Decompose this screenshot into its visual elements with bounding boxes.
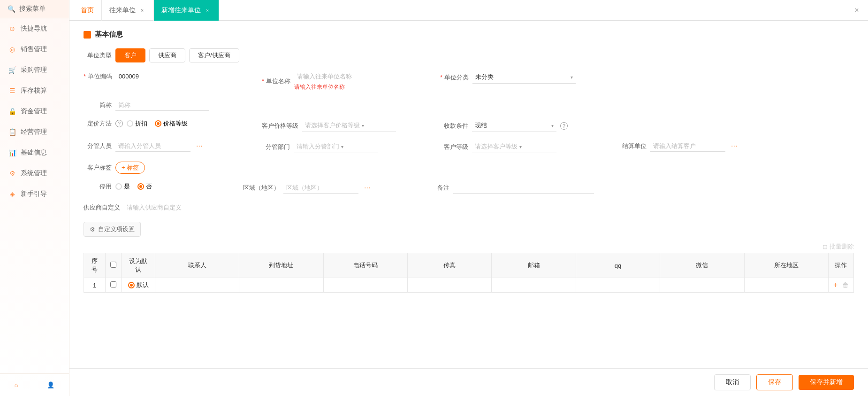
row-phone[interactable]: [323, 278, 407, 293]
col-no: 序号: [84, 253, 106, 278]
unit-btn-customer[interactable]: 客户: [115, 48, 145, 62]
sidebar-item-guide[interactable]: ◈ 新手引导: [0, 184, 69, 204]
fax-input[interactable]: [412, 282, 487, 289]
sidebar-item-finance[interactable]: 🔒 资金管理: [0, 101, 69, 122]
save-new-button[interactable]: 保存并新增: [799, 375, 854, 390]
manager-dots-btn[interactable]: ···: [194, 142, 204, 150]
wechat-input[interactable]: [665, 282, 739, 289]
pricing-radio-discount[interactable]: 折扣: [127, 119, 147, 128]
manager-input[interactable]: [115, 140, 190, 152]
customer-level-field: 客户等级 请选择客户等级 ▾: [440, 140, 600, 153]
unit-category-label: 单位分类: [440, 73, 469, 82]
tab-home[interactable]: 首页: [73, 0, 102, 21]
disabled-radio-no[interactable]: 否: [137, 182, 152, 191]
sidebar-item-label: 系统管理: [21, 169, 47, 178]
check-all[interactable]: [110, 262, 116, 268]
row-contact[interactable]: [155, 278, 239, 293]
manager-label: 分管人员: [84, 142, 112, 150]
department-placeholder: 请输入分管部门: [297, 142, 339, 151]
sidebar-item-purchase[interactable]: 🛒 采购管理: [0, 60, 69, 80]
customer-level-select[interactable]: 请选择客户等级 ▾: [472, 140, 556, 153]
operations-icon: 📋: [8, 127, 17, 137]
unit-category-value: 未分类: [475, 73, 569, 81]
sidebar-item-quick-nav[interactable]: ⊙ 快捷导航: [0, 18, 69, 39]
address-input[interactable]: [244, 282, 318, 289]
guide-icon: ◈: [8, 189, 17, 199]
supplier-custom-input[interactable]: [124, 202, 218, 213]
sidebar-search-label: 搜索菜单: [19, 5, 46, 13]
tags-field: 客户标签 + 标签: [84, 162, 854, 174]
region-dots-btn[interactable]: ···: [362, 184, 372, 192]
col-area: 所在地区: [744, 253, 828, 278]
row-address[interactable]: [239, 278, 323, 293]
abbr-input[interactable]: [115, 100, 209, 111]
save-button[interactable]: 保存: [756, 374, 793, 390]
abbr-label: 简称: [84, 101, 112, 109]
sidebar-item-operations[interactable]: 📋 经营管理: [0, 122, 69, 142]
payment-terms-label: 收款条件: [440, 122, 468, 130]
sidebar-item-system[interactable]: ⚙ 系统管理: [0, 163, 69, 184]
pricing-radio-level[interactable]: 价格等级: [155, 119, 188, 128]
unit-type-row: 单位类型 客户 供应商 客户/供应商: [84, 48, 854, 62]
sidebar-item-label: 资金管理: [21, 107, 47, 116]
row-checkbox[interactable]: [110, 281, 116, 287]
settlement-dots-btn[interactable]: ···: [729, 142, 739, 150]
custom-settings-btn[interactable]: ⚙ 自定义项设置: [84, 222, 141, 237]
disabled-radio-yes[interactable]: 是: [115, 182, 130, 191]
region-input[interactable]: [283, 182, 358, 194]
area-input[interactable]: [749, 282, 823, 289]
cancel-button[interactable]: 取消: [714, 374, 751, 390]
qq-input[interactable]: [581, 282, 655, 289]
customer-price-level-select[interactable]: 请选择客户价格等级 ▾: [302, 119, 396, 132]
batch-delete-label[interactable]: 批量删除: [830, 242, 854, 251]
contact-input[interactable]: [160, 282, 234, 289]
row-qq[interactable]: [576, 278, 660, 293]
customer-level-placeholder: 请选择客户等级: [475, 142, 518, 151]
tab-new-partner-close[interactable]: ×: [204, 7, 211, 14]
tab-new-partner[interactable]: 新增往来单位 ×: [154, 0, 219, 21]
unit-code-input[interactable]: [116, 71, 210, 82]
unit-code-label: 单位编码: [84, 72, 112, 81]
add-tag-btn[interactable]: + 标签: [115, 162, 145, 174]
row-email[interactable]: [492, 278, 576, 293]
form-footer: 取消 保存 保存并新增: [69, 368, 868, 396]
col-email: 邮箱: [492, 253, 576, 278]
region-field: 区域（地区） ···: [243, 182, 403, 194]
basics-icon: 📊: [8, 148, 17, 157]
default-radio-circle: [128, 282, 135, 288]
sidebar-search[interactable]: 🔍 搜索菜单: [0, 0, 69, 18]
user-bottom-icon[interactable]: 👤: [47, 381, 54, 388]
sidebar-item-label: 快捷导航: [21, 24, 47, 33]
delete-row-btn[interactable]: 🗑: [842, 281, 849, 289]
sidebar-item-basics[interactable]: 📊 基础信息: [0, 142, 69, 163]
row-fax[interactable]: [408, 278, 492, 293]
finance-icon: 🔒: [8, 107, 17, 116]
payment-terms-select[interactable]: 现结 ▾: [472, 119, 556, 132]
unit-btn-supplier[interactable]: 供应商: [149, 48, 185, 62]
payment-help-icon[interactable]: ?: [560, 122, 568, 130]
unit-name-input[interactable]: [294, 71, 388, 82]
default-label: 默认: [137, 281, 149, 289]
tab-partners[interactable]: 往来单位 ×: [102, 0, 154, 21]
unit-btn-both[interactable]: 客户/供应商: [189, 48, 239, 62]
row-area[interactable]: [744, 278, 828, 293]
home-bottom-icon[interactable]: ⌂: [15, 381, 18, 388]
remark-field: 备注: [421, 182, 854, 194]
sidebar-item-inventory[interactable]: ☰ 库存核算: [0, 80, 69, 101]
phone-input[interactable]: [328, 282, 403, 289]
add-row-btn[interactable]: +: [833, 281, 838, 289]
window-close-button[interactable]: ×: [849, 3, 864, 18]
department-select[interactable]: 请输入分管部门 ▾: [294, 140, 378, 153]
unit-category-select[interactable]: 未分类 ▾: [472, 71, 576, 84]
sidebar-item-sales[interactable]: ◎ 销售管理: [0, 39, 69, 60]
settlement-unit-input[interactable]: [650, 140, 725, 152]
remark-input[interactable]: [453, 182, 594, 194]
row-wechat[interactable]: [660, 278, 744, 293]
tab-partners-close[interactable]: ×: [138, 7, 146, 14]
tab-bar: 首页 往来单位 × 新增往来单位 × ×: [69, 0, 868, 21]
email-input[interactable]: [496, 282, 571, 289]
pricing-radio-group: 折扣 价格等级: [127, 119, 188, 128]
flag-icon: [84, 31, 91, 39]
pricing-help-icon[interactable]: ?: [115, 120, 123, 127]
col-fax: 传真: [408, 253, 492, 278]
